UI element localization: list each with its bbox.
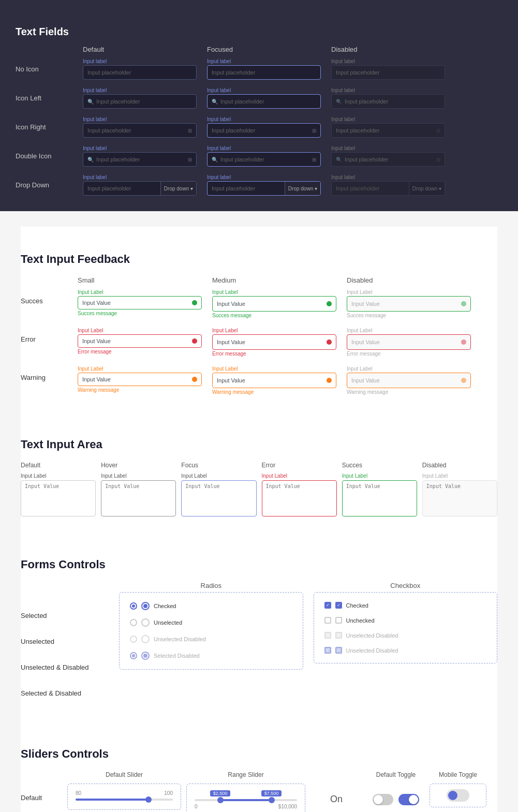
radio-unsel-disabled-outer (130, 636, 137, 643)
checkbox-col: Checkbox ✓ ✓ Checked Unchecked (314, 582, 498, 706)
range-min: 0 (195, 804, 198, 809)
cb-checked-inner[interactable]: ✓ (335, 602, 342, 609)
cb-unchecked-inner[interactable] (335, 617, 342, 624)
range-bubbles: $2,500 $7,500 (195, 790, 297, 796)
double-icon-label: Double Icon (16, 143, 78, 169)
toggle-thumb-off (374, 795, 383, 804)
ir-field-3: ⊞ (331, 123, 445, 138)
ir-field-2[interactable]: ⊞ (207, 123, 321, 138)
input-field-focused[interactable] (207, 65, 321, 80)
icon-left-default: Input label 🔍 (78, 85, 202, 111)
range-thumb-low[interactable] (217, 797, 224, 803)
dd-field-2[interactable]: Input placeholder Drop down ▾ (207, 181, 321, 196)
range-thumb-high[interactable] (269, 797, 275, 803)
dd-label-3: Input label (331, 174, 445, 180)
di-input-1[interactable] (96, 156, 185, 163)
default-slider-thumb[interactable] (145, 796, 152, 803)
radio-unselected-outer[interactable] (130, 619, 137, 626)
dd-select-1[interactable]: Drop down ▾ (160, 182, 196, 195)
toggle-on[interactable] (398, 794, 419, 805)
success-msg-1: Succes message (78, 311, 202, 316)
il-input-2[interactable] (220, 98, 316, 105)
error-field-3: Input Value (347, 334, 471, 350)
input-field-disabled (331, 65, 445, 80)
success-value-3: Input Value (351, 301, 461, 307)
cb-unchecked-outer[interactable] (324, 617, 331, 624)
input-label-disabled: Input label (331, 58, 445, 64)
textarea-disabled (422, 480, 497, 516)
error-field-2[interactable]: Input Value (212, 334, 336, 350)
radio-unchecked[interactable] (141, 618, 150, 627)
warning-row-label: Warning (21, 363, 72, 392)
dd-field-3: Input placeholder Drop down ▾ (331, 181, 445, 196)
radio-unsel-disabled-row: Unselected Disabled (127, 631, 295, 647)
icon-left-disabled: Input label 🔍 (326, 85, 450, 111)
di-field-1[interactable]: 🔍 ⊞ (83, 152, 197, 167)
di-grid-2: ⊞ (312, 157, 316, 163)
ir-field-1[interactable]: ⊞ (83, 123, 197, 138)
textarea-focus-header: Focus (181, 462, 256, 469)
error-field-1[interactable]: Input Value (78, 334, 202, 348)
dd-select-2[interactable]: Drop down ▾ (285, 182, 320, 195)
forms-layout: Selected Unselected Unselected & Disable… (21, 582, 497, 706)
di-input-2[interactable] (220, 156, 309, 163)
il-field-3: 🔍 (331, 94, 445, 109)
textarea-hover-col: Hover Input Label (101, 462, 176, 516)
textarea-hover[interactable] (101, 480, 176, 516)
dd-field-1[interactable]: Input placeholder Drop down ▾ (83, 181, 197, 196)
warning-value-1: Input Value (82, 376, 192, 382)
mobile-toggle-header: Mobile Toggle (430, 771, 486, 778)
radio-selected-outer[interactable] (130, 602, 137, 610)
success-field-1[interactable]: Input Value (78, 296, 202, 309)
range-low-bubble: $2,500 (210, 790, 231, 796)
success-dot-3 (461, 301, 466, 306)
input-text[interactable] (87, 69, 192, 76)
selected-label: Selected (21, 602, 109, 628)
textarea-success-label: Input Label (342, 473, 417, 479)
success-value-1: Input Value (82, 300, 192, 306)
textarea-default[interactable] (21, 480, 96, 516)
mobile-toggle[interactable] (447, 789, 469, 802)
toggle-off[interactable] (373, 794, 393, 805)
di-label-3: Input label (331, 145, 445, 151)
dd-select-3: Drop down ▾ (409, 182, 445, 195)
input-text-focused[interactable] (212, 69, 316, 76)
sliders-section: Sliders Controls Default Slider Range Sl… (21, 721, 497, 812)
textarea-focus[interactable] (181, 480, 256, 516)
success-field-3: Input Value (347, 296, 471, 312)
cb-sel-disabled-inner: ✓ (335, 647, 342, 654)
textarea-success-header: Succes (342, 462, 417, 469)
warning-field-2[interactable]: Input Value (212, 373, 336, 388)
radio-checked-disabled (141, 652, 150, 660)
ir-input-2[interactable] (212, 127, 309, 134)
di-focused: Input label 🔍 ⊞ (202, 143, 326, 169)
di-field-2[interactable]: 🔍 ⊞ (207, 152, 321, 167)
tf-col-focused: Focused (202, 46, 326, 53)
default-slider-track (76, 799, 173, 801)
textarea-error[interactable] (262, 480, 337, 516)
il-field-1[interactable]: 🔍 (83, 94, 197, 109)
cb-checked-outer[interactable]: ✓ (324, 602, 331, 609)
warning-msg-1: Warning message (78, 387, 202, 393)
il-field-2[interactable]: 🔍 (207, 94, 321, 109)
textarea-hover-label: Input Label (101, 473, 176, 479)
input-field-default[interactable] (83, 65, 197, 80)
ir-input-1[interactable] (87, 127, 185, 134)
default-slider-header: Default Slider (67, 771, 181, 778)
di-search-3: 🔍 (336, 157, 342, 163)
success-disabled: Input Label Input Value Succes message (342, 287, 476, 321)
radio-checked-label: Checked (154, 603, 176, 609)
cb-unsel-disabled-row: Unselected Disabled (322, 628, 490, 643)
success-field-2[interactable]: Input Value (212, 296, 336, 312)
error-row-label: Error (21, 325, 72, 353)
tf-col-default: Default (78, 46, 202, 53)
ir-label-1: Input label (83, 116, 197, 122)
icon-left-label: Icon Left (16, 85, 78, 111)
fb-col-small: Small (72, 276, 207, 284)
warning-field-1[interactable]: Input Value (78, 373, 202, 386)
textarea-success[interactable] (342, 480, 417, 516)
error-disabled: Input Label Input Value Error message (342, 325, 476, 359)
success-dot-2 (327, 301, 332, 306)
il-input-1[interactable] (96, 98, 192, 105)
radio-checked[interactable] (141, 602, 150, 610)
